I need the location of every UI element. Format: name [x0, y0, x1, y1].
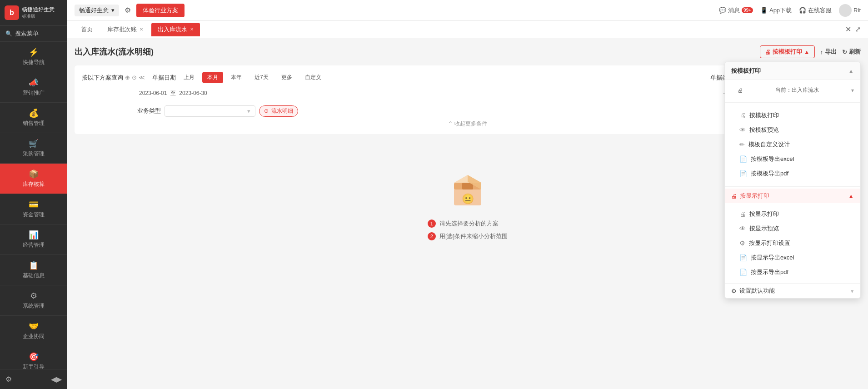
footer-label: 设置默认功能	[739, 287, 775, 295]
pdf-icon: 📄	[739, 170, 747, 177]
sidebar-bottom: ⚙ ◀▶	[0, 369, 67, 389]
display-preview-item[interactable]: 👁 按显示预览	[725, 221, 860, 236]
online-service-action[interactable]: 🎧 在线客服	[799, 6, 832, 15]
message-action[interactable]: 💬 消息 99+	[719, 6, 753, 15]
filter-settings-icon[interactable]: ⊙	[132, 74, 137, 81]
sidebar-item-marketing[interactable]: 📣 营销推广	[0, 72, 67, 103]
tab-home[interactable]: 首页	[75, 23, 99, 36]
date-btn-custom[interactable]: 自定义	[300, 72, 326, 83]
sidebar-item-label: 企业协同	[23, 333, 45, 340]
system-icon: ⚙	[30, 291, 37, 301]
tab-expand-icon[interactable]: ⤢	[855, 25, 861, 34]
display-group-header[interactable]: 🖨 按显示打印 ▲	[725, 189, 860, 203]
date-from: 2023-06-01	[139, 90, 167, 96]
sidebar-search[interactable]: 🔍 搜索菜单	[0, 26, 67, 42]
business-type-select[interactable]: ▾	[165, 105, 255, 117]
user-name: Rit	[853, 7, 861, 14]
date-btn-more[interactable]: 更多	[276, 72, 297, 83]
print-dropdown-panel: 按模板打印 ▲ 🖨 当前：出入库流水 ▾ 🖨 按模板打印 👁 按模板预览 ✏ 模…	[724, 62, 861, 299]
trial-button[interactable]: 体验行业方案	[136, 4, 185, 17]
template-print-item[interactable]: 🖨 按模板打印	[725, 108, 860, 123]
sidebar-item-enterprise[interactable]: 🤝 企业协同	[0, 316, 67, 346]
design-icon: ✏	[739, 141, 745, 148]
quick-nav-icon: ⚡	[29, 47, 39, 57]
display-pdf-icon: 📄	[739, 269, 747, 276]
display-export-pdf-item[interactable]: 📄 按显示导出pdf	[725, 265, 860, 279]
print-panel-btn[interactable]: 🖨 按模板打印 ▲	[760, 45, 815, 58]
filter-add-icon[interactable]: ⊕	[125, 74, 130, 81]
display-group-label: 按显示打印	[740, 192, 769, 200]
finance-icon: 💳	[29, 199, 39, 209]
date-btn-prev-month[interactable]: 上月	[179, 72, 200, 83]
step-num-1: 1	[428, 219, 436, 228]
step-1-label: 请先选择要分析的方案	[439, 219, 499, 228]
tab-batch-account-close[interactable]: ✕	[140, 27, 143, 32]
excel-icon: 📄	[739, 155, 747, 163]
footer-left: ⚙ 设置默认功能	[731, 287, 775, 295]
printer2-icon: 🖨	[731, 193, 737, 199]
print-dropdown-collapse-icon[interactable]: ▲	[848, 68, 854, 75]
brand-name: 畅捷通好生意	[22, 6, 55, 14]
sidebar-item-sales[interactable]: 💰 销售管理	[0, 103, 67, 133]
refresh-btn[interactable]: ↻ 刷新	[842, 48, 861, 56]
display-group-header-left: 🖨 按显示打印	[731, 192, 769, 200]
footer-settings-icon: ⚙	[731, 288, 737, 294]
header-right: 💬 消息 99+ 📱 App下载 🎧 在线客服 Rit	[719, 4, 861, 17]
step-2-label: 用[选]条件来缩小分析范围	[439, 232, 508, 240]
sidebar-item-finance[interactable]: 💳 资金管理	[0, 194, 67, 224]
sidebar-item-label: 快捷导航	[23, 59, 45, 66]
message-badge: 99+	[742, 7, 753, 13]
template-print-label: 按模板打印	[749, 111, 779, 120]
date-btn-last7[interactable]: 近7天	[249, 72, 274, 83]
message-label: 消息	[728, 6, 740, 15]
tab-batch-account[interactable]: 库存批次账 ✕	[101, 23, 150, 36]
tab-close-all-icon[interactable]: ✕	[845, 25, 851, 34]
app-download-action[interactable]: 📱 App下载	[760, 6, 792, 15]
template-export-pdf-label: 按模板导出pdf	[751, 170, 788, 178]
sidebar-item-operations[interactable]: 📊 经营管理	[0, 224, 67, 255]
user-avatar-action[interactable]: Rit	[839, 4, 861, 17]
print-btn-label: 按模板打印	[773, 48, 802, 56]
header-left: 畅通好生意 ▾ ⚙ 体验行业方案	[75, 4, 185, 17]
sidebar-item-inventory[interactable]: 📦 库存核算	[0, 164, 67, 194]
tab-flow-detail[interactable]: 出入库流水 ✕	[151, 23, 200, 36]
template-customize-item[interactable]: ✏ 模板自定义设计	[725, 137, 860, 152]
date-btn-current-year[interactable]: 本年	[226, 72, 247, 83]
tab-batch-account-label: 库存批次账	[107, 25, 137, 34]
date-range-display: 2023-06-01 至 2023-06-30	[137, 90, 207, 97]
sidebar-item-quick-nav[interactable]: ⚡ 快捷导航	[0, 42, 67, 72]
sidebar-item-basic-info[interactable]: 📋 基础信息	[0, 255, 67, 285]
display-settings-icon: ⚙	[739, 239, 745, 247]
header-settings-icon[interactable]: ⚙	[125, 6, 131, 15]
print-dropdown-current[interactable]: 🖨 当前：出入库流水 ▾	[725, 84, 860, 97]
date-separator: 至	[170, 90, 177, 96]
refresh-label: 刷新	[849, 48, 861, 56]
printer-icon: 🖨	[765, 49, 771, 55]
message-icon: 💬	[719, 7, 726, 14]
tab-flow-detail-label: 出入库流水	[158, 25, 187, 34]
sidebar-item-purchase[interactable]: 🛒 采购管理	[0, 133, 67, 164]
sidebar-item-label: 经营管理	[23, 241, 45, 249]
divider-1	[725, 102, 860, 103]
display-print-item[interactable]: 🖨 按显示打印	[725, 207, 860, 221]
date-btn-current-month[interactable]: 本月	[202, 72, 223, 83]
filter-collapse-icon[interactable]: ≪	[139, 74, 145, 81]
display-preview-label: 按显示预览	[749, 224, 779, 233]
sidebar-item-system[interactable]: ⚙ 系统管理	[0, 285, 67, 316]
empty-state-inner: 😐 1 请先选择要分析的方案 2 用[选]条件来缩小分析范围	[428, 167, 508, 240]
tab-flow-detail-close[interactable]: ✕	[190, 27, 194, 32]
export-btn[interactable]: ↑ 导出	[820, 48, 837, 56]
template-export-excel-item[interactable]: 📄 按模板导出excel	[725, 152, 860, 166]
sidebar-settings-btn[interactable]: ⚙	[5, 375, 12, 384]
display-export-excel-item[interactable]: 📄 按显示导出excel	[725, 250, 860, 265]
sidebar-item-guide[interactable]: 🎯 新手引导	[0, 346, 67, 369]
template-preview-item[interactable]: 👁 按模板预览	[725, 123, 860, 137]
empty-step-2: 2 用[选]条件来缩小分析范围	[428, 232, 508, 240]
display-print-settings-item[interactable]: ⚙ 按显示打印设置	[725, 236, 860, 250]
user-avatar	[839, 4, 852, 17]
company-selector[interactable]: 畅通好生意 ▾	[75, 5, 119, 16]
template-export-pdf-item[interactable]: 📄 按模板导出pdf	[725, 166, 860, 181]
sidebar-collapse-btn[interactable]: ◀▶	[51, 375, 62, 384]
export-icon: ↑	[820, 49, 823, 55]
print-dropdown-footer[interactable]: ⚙ 设置默认功能 ▾	[725, 283, 860, 298]
